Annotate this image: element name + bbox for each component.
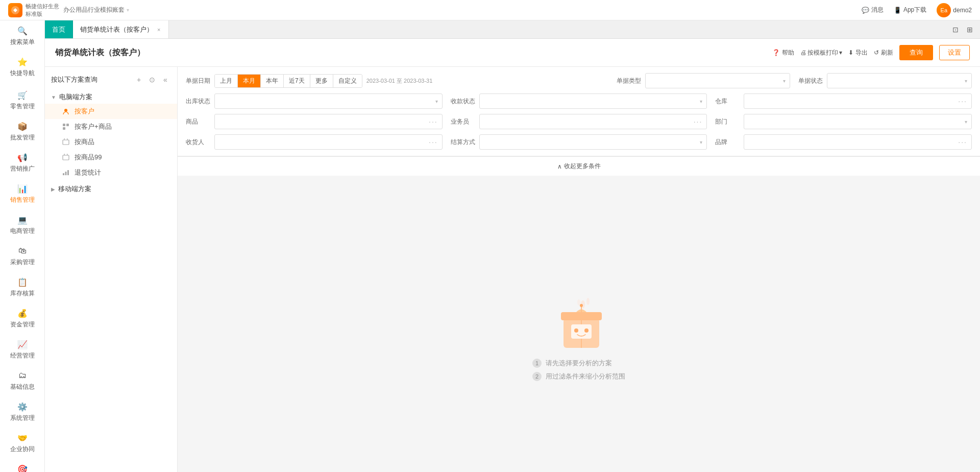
doc-type-label: 单据类型	[617, 77, 642, 85]
scheme-item-by-customer-goods[interactable]: 按客户+商品	[45, 119, 177, 134]
tab-maximize-button[interactable]: ⊞	[964, 23, 976, 36]
tab-close-button[interactable]: ×	[156, 26, 161, 34]
sidebar-item-basic[interactable]: 🗂 基础信息	[0, 365, 44, 396]
breadcrumb[interactable]: 办公用品行业模拟账套 ▾	[63, 6, 129, 14]
sidebar-item-enterprise[interactable]: 🤝 企业协同	[0, 428, 44, 459]
department-input[interactable]: ▾	[744, 114, 972, 129]
collapse-button[interactable]: ∧ 收起更多条件	[551, 160, 607, 173]
scheme-add-button[interactable]: +	[133, 74, 144, 85]
scheme-item-by-goods-99[interactable]: 按商品99	[45, 150, 177, 165]
doc-status-arrow-icon: ▾	[965, 78, 967, 84]
svg-point-20	[580, 304, 583, 307]
outbound-label: 出库状态	[186, 97, 211, 106]
sidebar-item-search[interactable]: 🔍 搜索菜单	[0, 20, 44, 52]
scheme-item-by-customer[interactable]: 按客户	[45, 104, 177, 119]
app-download-button[interactable]: 📱 App下载	[894, 6, 926, 14]
print-dropdown-icon: ▾	[839, 49, 842, 56]
sidebar-item-inventory[interactable]: 📋 库存核算	[0, 272, 44, 303]
payment-label: 收款状态	[451, 97, 476, 106]
filter-area: 单据日期 上月 本月	[178, 67, 980, 156]
sales-icon: 📊	[17, 183, 28, 194]
scheme-desktop-group: ▼ 电脑端方案 按客户	[45, 90, 177, 180]
recipient-input[interactable]: ···	[214, 134, 443, 150]
outbound-input[interactable]: ▾	[214, 93, 443, 109]
download-icon: 📱	[894, 7, 901, 14]
tab-home[interactable]: 首页	[45, 20, 73, 38]
brand-label: 品牌	[715, 138, 741, 147]
user-menu[interactable]: Ea demo2	[937, 3, 972, 17]
collapse-up-icon: ∧	[557, 163, 562, 170]
date-tab-custom[interactable]: 自定义	[333, 75, 362, 87]
sidebar-item-retail[interactable]: 🛒 零售管理	[0, 85, 44, 116]
settlement-input[interactable]: ▾	[479, 134, 707, 150]
tab-minimize-button[interactable]: ⊡	[949, 23, 962, 36]
sidebar-item-system[interactable]: ⚙️ 系统管理	[0, 396, 44, 428]
enterprise-icon: 🤝	[17, 433, 28, 443]
svg-point-1	[64, 109, 67, 112]
sidebar-item-operations[interactable]: 📈 经营管理	[0, 334, 44, 365]
sidebar-item-wholesale[interactable]: 📦 批发管理	[0, 116, 44, 147]
date-tab-this-month[interactable]: 本月	[238, 75, 261, 87]
empty-hint-2: 2 用过滤条件来缩小分析范围	[532, 372, 625, 381]
empty-hint-1: 1 请先选择要分析的方案	[532, 359, 625, 368]
goods-icon	[61, 137, 70, 147]
two-panel: 按以下方案查询 + ⊙ « ▼ 电脑端方案	[45, 67, 980, 472]
scheme-collapse-button[interactable]: «	[160, 74, 171, 85]
help-icon: ❓	[772, 49, 780, 56]
date-filter-label: 单据日期	[186, 77, 211, 85]
date-tab-this-year[interactable]: 本年	[261, 75, 284, 87]
scheme-header-actions: + ⊙ «	[133, 74, 171, 85]
date-tab-7days[interactable]: 近7天	[284, 75, 310, 87]
page-header-actions: ❓ 帮助 🖨 按模板打印 ▾ ⬇ 导出 ↺ 刷新	[772, 45, 970, 66]
settings-button[interactable]: 设置	[939, 45, 970, 60]
quick-nav-icon: ⭐	[17, 57, 28, 67]
scheme-panel: 按以下方案查询 + ⊙ « ▼ 电脑端方案	[45, 67, 178, 472]
tab-actions: ⊡ ⊞	[945, 20, 980, 38]
warehouse-input[interactable]: ···	[744, 93, 972, 109]
doc-status-input[interactable]: ▾	[827, 73, 972, 88]
scheme-item-by-goods[interactable]: 按商品	[45, 134, 177, 150]
operations-icon: 📈	[17, 339, 28, 349]
goods-input[interactable]: ···	[214, 114, 443, 129]
system-icon: ⚙️	[17, 402, 28, 412]
date-tab-last-month[interactable]: 上月	[215, 75, 238, 87]
date-tab-more[interactable]: 更多	[310, 75, 333, 87]
payment-input[interactable]: ▾	[479, 93, 707, 109]
tab-active[interactable]: 销货单统计表（按客户） ×	[73, 20, 169, 38]
goods-filter-item: 商品 ···	[186, 114, 443, 129]
scheme-mobile-group-header[interactable]: ▶ 移动端方案	[45, 182, 177, 196]
scheme-item-return-stats[interactable]: 退货统计	[45, 165, 177, 180]
tab-bar: 首页 销货单统计表（按客户） × ⊡ ⊞	[45, 20, 980, 39]
collapse-bar: ∧ 收起更多条件	[178, 156, 980, 176]
scheme-desktop-group-header[interactable]: ▼ 电脑端方案	[45, 90, 177, 104]
payment-arrow-icon: ▾	[700, 99, 702, 104]
sidebar-item-ecommerce[interactable]: 💻 电商管理	[0, 209, 44, 241]
export-icon: ⬇	[848, 49, 853, 56]
newbie-icon: 🎯	[17, 464, 28, 472]
sidebar-item-quick-nav[interactable]: ⭐ 快捷导航	[0, 52, 44, 83]
desktop-group-arrow-icon: ▼	[51, 95, 56, 100]
outbound-arrow-icon: ▾	[435, 99, 438, 104]
help-button[interactable]: ❓ 帮助	[772, 49, 794, 57]
scheme-settings-button[interactable]: ⊙	[146, 74, 158, 85]
svg-rect-16	[571, 324, 592, 339]
sidebar-item-sales[interactable]: 📊 销售管理	[0, 178, 44, 209]
sidebar-item-newbie[interactable]: 🎯 新手引导	[0, 459, 44, 472]
filter-row-1: 单据日期 上月 本月	[186, 73, 972, 88]
sidebar-item-purchase[interactable]: 🛍 采购管理	[0, 241, 44, 272]
doc-type-input[interactable]: ▾	[645, 73, 790, 88]
query-button[interactable]: 查询	[899, 45, 933, 60]
message-button[interactable]: 💬 消息	[862, 6, 884, 14]
svg-rect-4	[63, 127, 65, 130]
sidebar-item-marketing[interactable]: 📢 营销推广	[0, 147, 44, 178]
sidebar-item-finance[interactable]: 💰 资金管理	[0, 303, 44, 334]
refresh-button[interactable]: ↺ 刷新	[874, 49, 893, 57]
finance-icon: 💰	[17, 308, 28, 318]
export-button[interactable]: ⬇ 导出	[848, 49, 868, 57]
brand-input[interactable]: ···	[744, 134, 972, 150]
date-filter: 上月 本月 本年	[214, 74, 608, 88]
salesperson-input[interactable]: ···	[479, 114, 707, 129]
template-print-button[interactable]: 🖨 按模板打印 ▾	[800, 49, 842, 57]
page-title: 销货单统计表（按客户）	[55, 48, 145, 64]
inventory-icon: 📋	[17, 277, 28, 287]
